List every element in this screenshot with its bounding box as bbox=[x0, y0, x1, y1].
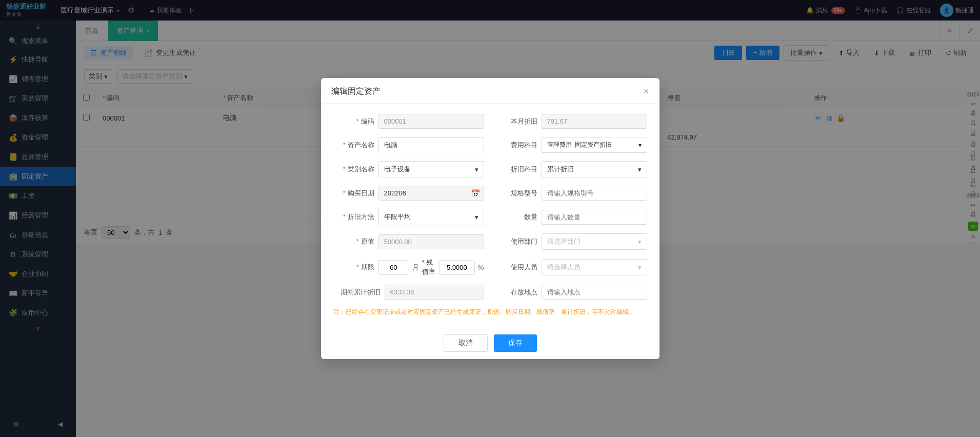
form-row-user: 使用人员 请选择人员 ▾ bbox=[496, 258, 647, 276]
form-row-code: * 编码 bbox=[333, 114, 484, 129]
form-row-original-value: * 原值 bbox=[333, 233, 484, 250]
user-label: 使用人员 bbox=[496, 263, 537, 272]
form-grid: * 编码 * 资产名称 * 类别名称 bbox=[333, 114, 647, 300]
dialog-note: 注：已经存在变更记录或者对应固定资产已经生成凭证，原值、购买日期、残值率、累计折… bbox=[333, 308, 647, 316]
chevron-down-icon: ▾ bbox=[638, 142, 642, 149]
form-row-period: * 期限 月 * 残值率 % bbox=[333, 258, 484, 276]
spec-input[interactable] bbox=[542, 186, 647, 201]
form-row-dep-method: * 折旧方法 年限平均 ▾ bbox=[333, 209, 484, 225]
initial-dep-label: 期初累计折旧 bbox=[333, 288, 381, 297]
period-residual-row: 月 * 残值率 % bbox=[378, 258, 484, 276]
chevron-down-icon: ▾ bbox=[638, 166, 642, 173]
name-input[interactable] bbox=[378, 137, 484, 152]
chevron-down-icon: ▾ bbox=[475, 213, 478, 221]
expense-subject-label: 费用科目 bbox=[496, 141, 537, 150]
original-value-label: * 原值 bbox=[333, 237, 374, 246]
residual-rate-label: * 残值率 bbox=[422, 258, 436, 276]
location-label: 存放地点 bbox=[496, 288, 537, 297]
form-row-spec: 规格型号 bbox=[496, 186, 647, 201]
chevron-down-icon: ▾ bbox=[638, 238, 642, 246]
period-label: * 期限 bbox=[333, 263, 374, 272]
cancel-btn[interactable]: 取消 bbox=[444, 334, 488, 352]
edit-asset-dialog: 编辑固定资产 × * 编码 * 资产名称 bbox=[321, 78, 659, 359]
save-btn[interactable]: 保存 bbox=[494, 334, 537, 352]
monthly-dep-label: 本月折旧 bbox=[496, 117, 537, 126]
dialog-body: * 编码 * 资产名称 * 类别名称 bbox=[321, 104, 659, 327]
dep-method-label: * 折旧方法 bbox=[333, 212, 374, 222]
chevron-down-icon: ▾ bbox=[638, 264, 642, 271]
form-row-expense-subject: 费用科目 管理费用_固定资产折旧 ▾ bbox=[496, 137, 647, 153]
dialog-header: 编辑固定资产 × bbox=[321, 78, 659, 104]
period-input[interactable] bbox=[378, 260, 409, 275]
form-row-category: * 类别名称 电子设备 ▾ bbox=[333, 161, 484, 177]
dep-method-select[interactable]: 年限平均 ▾ bbox=[378, 209, 484, 225]
quantity-input[interactable] bbox=[542, 210, 647, 225]
code-input[interactable] bbox=[378, 114, 484, 129]
original-value-input[interactable] bbox=[378, 234, 484, 249]
form-row-dep-subject: 折旧科目 累计折旧 ▾ bbox=[496, 161, 647, 177]
form-row-quantity: 数量 bbox=[496, 209, 647, 225]
form-row-department: 使用部门 请选择部门 ▾ bbox=[496, 233, 647, 250]
quantity-label: 数量 bbox=[496, 212, 537, 222]
name-label: * 资产名称 bbox=[333, 141, 374, 150]
location-input[interactable] bbox=[542, 285, 647, 300]
period-unit: 月 bbox=[412, 263, 419, 272]
residual-rate-input[interactable] bbox=[439, 260, 475, 275]
user-select[interactable]: 请选择人员 ▾ bbox=[542, 259, 647, 275]
initial-dep-input[interactable] bbox=[385, 285, 484, 300]
calendar-icon: 📅 bbox=[471, 189, 480, 197]
chevron-down-icon: ▾ bbox=[475, 166, 478, 173]
dep-subject-select[interactable]: 累计折旧 ▾ bbox=[542, 161, 647, 177]
dialog-overlay: 编辑固定资产 × * 编码 * 资产名称 bbox=[0, 0, 980, 437]
dep-subject-label: 折旧科目 bbox=[496, 165, 537, 174]
form-row-name: * 资产名称 bbox=[333, 137, 484, 153]
form-row-location: 存放地点 bbox=[496, 285, 647, 300]
dialog-close-btn[interactable]: × bbox=[644, 86, 649, 97]
residual-rate-unit: % bbox=[478, 264, 484, 271]
purchase-date-input[interactable] bbox=[378, 186, 484, 201]
form-row-monthly-dep: 本月折旧 bbox=[496, 114, 647, 129]
form-row-initial-dep: 期初累计折旧 bbox=[333, 285, 484, 300]
form-row-purchase-date: * 购买日期 📅 bbox=[333, 186, 484, 201]
department-select[interactable]: 请选择部门 ▾ bbox=[542, 233, 647, 250]
monthly-dep-input[interactable] bbox=[542, 114, 647, 129]
dialog-title: 编辑固定资产 bbox=[331, 86, 381, 97]
purchase-date-label: * 购买日期 bbox=[333, 189, 374, 198]
spec-label: 规格型号 bbox=[496, 189, 537, 198]
code-label: * 编码 bbox=[333, 117, 374, 126]
category-label: * 类别名称 bbox=[333, 165, 374, 174]
category-select[interactable]: 电子设备 ▾ bbox=[378, 161, 484, 177]
department-label: 使用部门 bbox=[496, 237, 537, 246]
expense-subject-select[interactable]: 管理费用_固定资产折旧 ▾ bbox=[542, 137, 647, 153]
purchase-date-field: 📅 bbox=[378, 186, 484, 201]
dialog-footer: 取消 保存 bbox=[321, 327, 659, 359]
